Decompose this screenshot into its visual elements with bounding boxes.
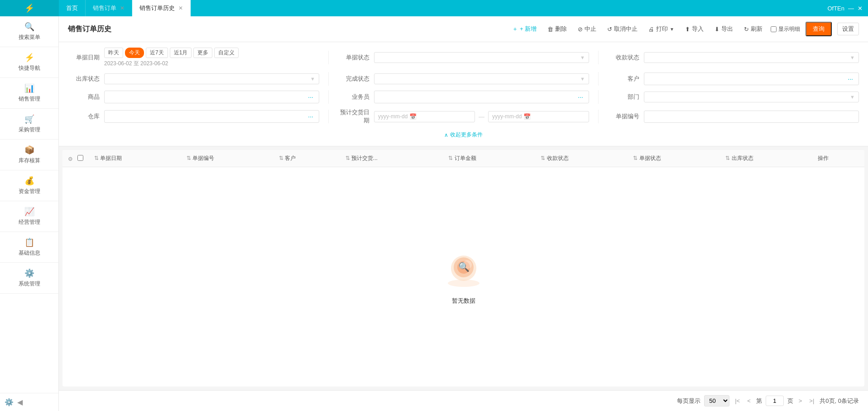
col-action: 操作 (812, 150, 864, 167)
minimize-btn[interactable]: — (848, 5, 854, 12)
select-all-checkbox[interactable] (77, 155, 83, 161)
salesperson-input[interactable]: ··· (374, 91, 589, 103)
show-detail-checkbox[interactable] (771, 26, 777, 32)
sidebar-item-operations[interactable]: 📈 经营管理 (0, 201, 58, 232)
col-doc-status: ⇅ 单据状态 (628, 150, 720, 167)
warehouse-label: 仓库 (68, 112, 104, 121)
product-dotted[interactable]: ··· (306, 93, 315, 101)
import-icon: ⬆ (685, 26, 690, 33)
salesperson-dotted[interactable]: ··· (576, 93, 585, 101)
settings-bottom-icon[interactable]: ⚙️ (5, 398, 14, 406)
complete-select[interactable]: ▼ (374, 73, 589, 84)
chevron-down-icon: ▼ (580, 55, 585, 60)
delete-label: 删除 (555, 25, 567, 33)
calendar-end-icon[interactable]: 📅 (523, 113, 531, 120)
tab-sales-history[interactable]: 销售订单历史 ✕ (132, 0, 191, 16)
date-more[interactable]: 更多 (193, 48, 212, 58)
last-page-btn[interactable]: >| (807, 396, 816, 405)
query-button[interactable]: 查询 (806, 22, 832, 36)
sidebar-item-search[interactable]: 🔍 搜索菜单 (0, 16, 58, 47)
import-button[interactable]: ⬆ 导入 (682, 23, 706, 35)
stop-label: 中止 (585, 25, 596, 33)
date-today[interactable]: 今天 (125, 48, 144, 58)
sidebar-bottom: ⚙️ ◀ (0, 393, 58, 411)
search-icon: 🔍 (24, 22, 34, 32)
tab-sales-order-close[interactable]: ✕ (120, 5, 125, 11)
sort-amount-icon[interactable]: ⇅ (448, 155, 453, 161)
page-input[interactable]: 1 (766, 396, 784, 406)
new-button[interactable]: ＋ + 新增 (509, 23, 539, 35)
sidebar-item-quicknav[interactable]: ⚡ 快捷导航 (0, 47, 58, 78)
import-label: 导入 (692, 25, 704, 33)
date-1month[interactable]: 近1月 (170, 48, 192, 58)
tab-home[interactable]: 首页 (59, 0, 86, 16)
table-settings-icon[interactable]: ⚙ (68, 156, 73, 162)
warehouse-dotted[interactable]: ··· (306, 113, 315, 120)
sort-customer-icon[interactable]: ⇅ (279, 155, 283, 161)
date-options: 昨天 今天 近7天 近1月 更多 自定义 (104, 48, 239, 58)
department-select[interactable]: ▼ (644, 92, 859, 102)
payment-status-select[interactable]: ▼ (644, 52, 859, 63)
first-page-btn[interactable]: |< (733, 396, 742, 405)
collapse-sidebar-icon[interactable]: ◀ (17, 398, 23, 406)
cancel-stop-icon: ↺ (607, 26, 612, 33)
filter-sep-8 (598, 110, 599, 123)
sidebar-item-purchase[interactable]: 🛒 采购管理 (0, 109, 58, 140)
operations-icon: 📈 (24, 207, 34, 217)
chevron-down-icon-3: ▼ (310, 76, 315, 82)
status-select[interactable]: ▼ (374, 52, 589, 63)
sidebar-item-sales[interactable]: 📊 销售管理 (0, 78, 58, 109)
next-page-btn[interactable]: > (797, 396, 804, 405)
sort-date-icon[interactable]: ⇅ (94, 155, 99, 161)
sidebar-sales-label: 销售管理 (19, 95, 40, 103)
tab-sales-history-close[interactable]: ✕ (178, 5, 183, 11)
empty-illustration: 🔍 (441, 249, 486, 291)
refresh-button[interactable]: ↻ 刷新 (741, 23, 765, 35)
calendar-start-icon[interactable]: 📅 (409, 113, 417, 120)
settings-button[interactable]: 设置 (837, 23, 859, 35)
filter-sep-5 (328, 90, 329, 104)
print-button[interactable]: 🖨 打印 ▼ (646, 23, 677, 35)
export-icon: ⬇ (715, 26, 719, 33)
sidebar-item-inventory[interactable]: 📦 库存核算 (0, 140, 58, 170)
export-button[interactable]: ⬇ 导出 (712, 23, 736, 35)
department-label: 部门 (608, 93, 644, 101)
stop-button[interactable]: ⊘ 中止 (575, 23, 599, 35)
customer-dotted[interactable]: ··· (846, 75, 855, 82)
per-page-select[interactable]: 50 100 200 (704, 395, 729, 406)
sort-payment-icon[interactable]: ⇅ (541, 155, 545, 161)
date-custom[interactable]: 自定义 (214, 48, 239, 58)
refresh-label: 刷新 (751, 25, 762, 33)
filter-collapse[interactable]: ∧ 收起更多条件 (68, 129, 859, 140)
sort-delivery-icon[interactable]: ⇅ (345, 155, 350, 161)
tab-home-label: 首页 (66, 4, 78, 12)
page-unit: 页 (787, 397, 793, 405)
prev-page-btn[interactable]: < (745, 396, 753, 405)
delete-button[interactable]: 🗑 删除 (545, 23, 570, 35)
close-window-btn[interactable]: ✕ (858, 5, 863, 12)
page-title: 销售订单历史 (68, 24, 111, 34)
tab-sales-order[interactable]: 销售订单 ✕ (86, 0, 132, 16)
product-input[interactable]: ··· (104, 91, 319, 103)
page-label: 第 (756, 397, 762, 405)
print-label: 打印 (656, 25, 668, 33)
sidebar-item-basic[interactable]: 📋 基础信息 (0, 232, 58, 263)
sales-icon: 📊 (24, 83, 34, 93)
outstock-select[interactable]: ▼ (104, 73, 319, 84)
delivery-date-end[interactable]: yyyy-mm-dd 📅 (488, 111, 589, 122)
sidebar-operations-label: 经营管理 (19, 218, 40, 226)
delivery-date-start[interactable]: yyyy-mm-dd 📅 (374, 111, 475, 122)
filter-sep-7 (328, 110, 329, 123)
cancel-stop-button[interactable]: ↺ 取消中止 (604, 23, 640, 35)
date-yesterday[interactable]: 昨天 (104, 48, 123, 58)
customer-input[interactable]: ··· (644, 73, 859, 85)
sidebar-item-system[interactable]: ⚙️ 系统管理 (0, 263, 58, 294)
sort-doc-icon[interactable]: ⇅ (633, 155, 638, 161)
warehouse-input[interactable]: ··· (104, 110, 319, 123)
sort-number-icon[interactable]: ⇅ (187, 155, 191, 161)
sort-out-icon[interactable]: ⇅ (725, 155, 730, 161)
order-no-input[interactable] (644, 111, 859, 123)
top-bar-right: OfTEn — ✕ (827, 0, 863, 16)
date-7days[interactable]: 近7天 (146, 48, 168, 58)
sidebar-item-finance[interactable]: 💰 资金管理 (0, 170, 58, 201)
